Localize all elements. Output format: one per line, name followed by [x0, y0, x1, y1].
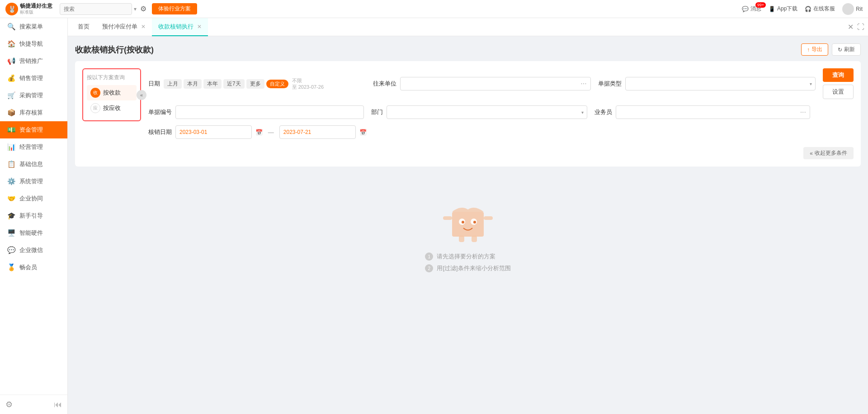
sidebar-item-finance[interactable]: 💵 资金管理: [0, 121, 67, 138]
sidebar-item-sales[interactable]: 💰 销售管理: [0, 70, 67, 87]
content-area: 首页 预付冲应付单 ✕ 收款核销执行 ✕ ✕ ⛶ 收款核销执行(按收款): [68, 18, 868, 414]
dept-select[interactable]: [387, 105, 587, 119]
username-label: Rit: [856, 6, 863, 12]
counterparty-text-input[interactable]: [404, 81, 579, 87]
sales-ellipsis-btn[interactable]: ···: [798, 108, 808, 116]
tab-bar-close-icon[interactable]: ✕: [848, 23, 854, 31]
page-title: 收款核销执行(按收款): [75, 44, 154, 55]
tip-number-1: 1: [425, 252, 433, 261]
counterparty-input[interactable]: ···: [400, 77, 590, 90]
filter-panel: 按以下方案查询 收 按收款 应 按应收 «: [75, 61, 861, 167]
app-icon: 📱: [769, 6, 775, 12]
sidebar-label-wechat: 企业微信: [19, 246, 43, 254]
date-btn-this-year[interactable]: 本年: [203, 79, 222, 89]
tab-prepay-close[interactable]: ✕: [141, 24, 146, 30]
message-btn[interactable]: 💬 消息 99+: [742, 5, 761, 13]
tab-bar-expand-icon[interactable]: ⛶: [857, 23, 864, 31]
doctype-select[interactable]: [625, 77, 816, 90]
more-conditions-btn[interactable]: « 收起更多条件: [803, 147, 854, 159]
date-btn-last-month[interactable]: 上月: [164, 79, 182, 89]
settings-btn[interactable]: 设置: [823, 85, 854, 99]
sidebar-item-purchase[interactable]: 🛒 采购管理: [0, 87, 67, 104]
verify-date-end-input[interactable]: [279, 125, 356, 139]
sidebar-item-member[interactable]: 🏅 畅会员: [0, 259, 67, 276]
app-download-btn[interactable]: 📱 App下载: [769, 5, 797, 13]
date-no-limit: 不限 至 2023-07-26: [292, 77, 324, 90]
date-btn-last-7days[interactable]: 近7天: [223, 79, 245, 89]
wechat-icon: 💬: [7, 246, 16, 254]
verify-date-separator: —: [266, 129, 276, 136]
home-icon: 🏠: [7, 40, 16, 48]
sidebar-label-member: 畅会员: [19, 263, 37, 271]
verify-date-label: 核销日期: [148, 128, 172, 136]
tab-receipt-verify-label: 收款核销执行: [158, 23, 193, 31]
sidebar-item-wechat[interactable]: 💬 企业微信: [0, 242, 67, 259]
sidebar-item-system[interactable]: ⚙️ 系统管理: [0, 173, 67, 190]
more-conditions-row: « 收起更多条件: [148, 145, 854, 159]
member-icon: 🏅: [7, 263, 16, 271]
inventory-icon: 📦: [7, 109, 16, 117]
sidebar-item-operations[interactable]: 📊 经营管理: [0, 138, 67, 156]
tab-receipt-verify[interactable]: 收款核销执行 ✕: [152, 18, 208, 36]
sidebar-bottom: ⚙ ⏮: [0, 395, 67, 414]
tab-receipt-verify-close[interactable]: ✕: [197, 24, 202, 30]
sidebar-item-hardware[interactable]: 🖥️ 智能硬件: [0, 224, 67, 242]
date-btn-this-month[interactable]: 本月: [184, 79, 202, 89]
date-btn-custom[interactable]: 自定义: [266, 80, 288, 88]
sidebar-item-enterprise[interactable]: 🤝 企业协同: [0, 190, 67, 207]
date-btn-more[interactable]: 更多: [246, 79, 264, 89]
topbar-chevron-icon[interactable]: ▾: [134, 6, 137, 12]
sidebar-item-search-menu[interactable]: 🔍 搜索菜单: [0, 18, 67, 35]
collapse-panel-btn[interactable]: «: [137, 90, 146, 100]
tab-prepay[interactable]: 预付冲应付单 ✕: [96, 18, 152, 36]
user-area[interactable]: Rit: [842, 3, 863, 15]
verify-date-start-input[interactable]: [175, 125, 252, 139]
industry-btn[interactable]: 体验行业方案: [152, 3, 197, 14]
date-label: 日期: [148, 80, 160, 88]
sidebar-label-system: 系统管理: [19, 177, 43, 186]
filter-option-by-receipt[interactable]: 收 按收款: [87, 85, 137, 100]
sales-input[interactable]: ···: [616, 105, 810, 119]
query-btn[interactable]: 查询: [823, 68, 854, 82]
svg-rect-8: [472, 236, 477, 242]
sidebar: 🔍 搜索菜单 🏠 快捷导航 📢 营销推广 💰 销售管理 🛒 采购管理 📦 库存核…: [0, 18, 68, 414]
docno-input[interactable]: [175, 105, 364, 119]
marketing-icon: 📢: [7, 57, 16, 65]
sidebar-item-inventory[interactable]: 📦 库存核算: [0, 104, 67, 121]
sales-text-input[interactable]: [620, 109, 798, 115]
headset-icon: 🎧: [805, 6, 811, 12]
sidebar-label-basic: 基础信息: [19, 160, 43, 168]
operations-icon: 📊: [7, 143, 16, 151]
sidebar-collapse-icon[interactable]: ⏮: [54, 400, 62, 409]
empty-tip-1: 1 请先选择要分析的方案: [425, 252, 510, 261]
verify-date-calendar-icon-start[interactable]: 📅: [255, 129, 263, 136]
online-service-btn[interactable]: 🎧 在线客服: [805, 5, 835, 13]
refresh-btn[interactable]: ↻ 刷新: [832, 43, 861, 56]
empty-tip-2: 2 用[过滤]条件来缩小分析范围: [425, 264, 510, 272]
counterparty-ellipsis-btn[interactable]: ···: [579, 80, 588, 88]
filter-verify-date-field: 核销日期 📅 — 📅: [148, 125, 367, 139]
sidebar-item-guide[interactable]: 🎓 新手引导: [0, 207, 67, 224]
by-receivable-label: 按应收: [103, 104, 121, 112]
topbar-search-input[interactable]: [60, 3, 132, 15]
topbar-gear-icon[interactable]: ⚙: [140, 5, 146, 13]
export-btn[interactable]: ↑ 导出: [801, 43, 828, 56]
svg-rect-0: [452, 212, 484, 237]
sidebar-label-finance: 资金管理: [19, 126, 43, 134]
sidebar-item-marketing[interactable]: 📢 营销推广: [0, 52, 67, 70]
svg-rect-7: [459, 236, 464, 242]
sidebar-label-purchase: 采购管理: [19, 91, 43, 100]
settings-gear-icon[interactable]: ⚙: [5, 400, 13, 409]
verify-date-calendar-icon-end[interactable]: 📅: [359, 129, 367, 136]
sidebar-item-quick-nav[interactable]: 🏠 快捷导航: [0, 35, 67, 52]
tab-home[interactable]: 首页: [71, 18, 96, 36]
action-buttons: 查询 设置: [823, 68, 854, 99]
svg-rect-5: [443, 216, 452, 220]
empty-tips: 1 请先选择要分析的方案 2 用[过滤]条件来缩小分析范围: [425, 252, 510, 272]
tab-bar-actions: ✕ ⛶: [848, 23, 864, 31]
sales-label: 业务员: [594, 108, 612, 116]
filter-option-by-receivable[interactable]: 应 按应收: [87, 100, 137, 116]
filter-docno-field: 单据编号: [148, 105, 364, 119]
sidebar-item-basic-info[interactable]: 📋 基础信息: [0, 156, 67, 173]
purchase-icon: 🛒: [7, 91, 16, 100]
